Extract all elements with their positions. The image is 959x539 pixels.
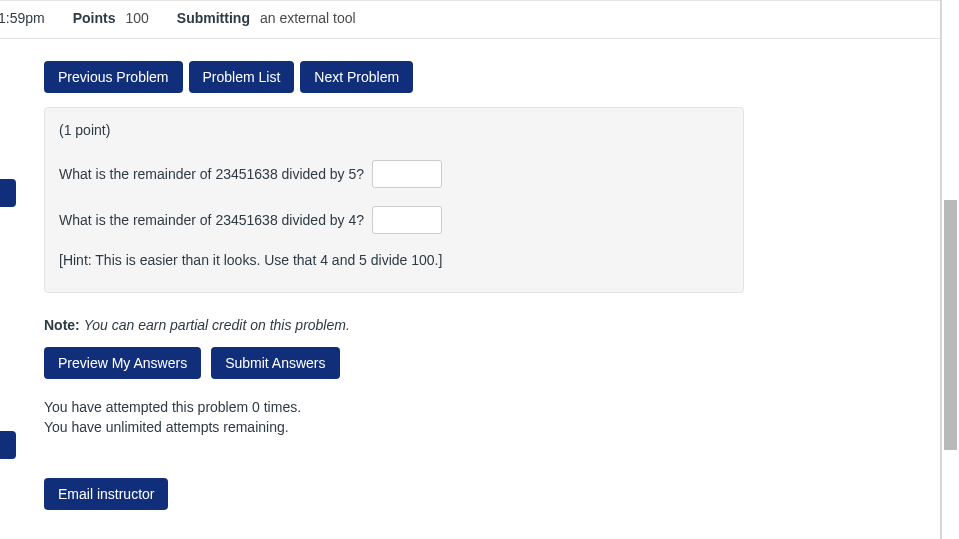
left-stub-1[interactable] [0,179,16,207]
question-2-text: What is the remainder of 23451638 divide… [59,212,364,228]
attempts-remaining: You have unlimited attempts remaining. [44,417,933,437]
assignment-header: 1:59pm Points 100 Submitting an external… [0,0,959,39]
answer-1-input[interactable] [372,160,442,188]
left-nav-stubs [0,61,16,521]
answer-2-input[interactable] [372,206,442,234]
webwork-frame[interactable]: Previous Problem Problem List Next Probl… [44,61,937,521]
submitting-value: an external tool [260,10,356,26]
problem-hint: [Hint: This is easier than it looks. Use… [59,252,729,268]
note-label: Note: [44,317,80,333]
problem-points: (1 point) [59,122,729,138]
submit-row: Preview My Answers Submit Answers [44,347,933,379]
question-2-row: What is the remainder of 23451638 divide… [59,206,729,234]
note-text: You can earn partial credit on this prob… [84,317,350,333]
problem-list-button[interactable]: Problem List [189,61,295,93]
right-divider [940,0,942,539]
email-instructor-button[interactable]: Email instructor [44,478,168,510]
preview-answers-button[interactable]: Preview My Answers [44,347,201,379]
attempts-count: You have attempted this problem 0 times. [44,397,933,417]
points-value: 100 [125,10,148,26]
question-1-row: What is the remainder of 23451638 divide… [59,160,729,188]
due-time-fragment: 1:59pm [0,10,45,26]
submit-answers-button[interactable]: Submit Answers [211,347,339,379]
points-label: Points [73,10,116,26]
attempt-info: You have attempted this problem 0 times.… [44,397,933,438]
partial-credit-note: Note: You can earn partial credit on thi… [44,317,933,333]
content-area: Previous Problem Problem List Next Probl… [0,61,959,521]
problem-panel: (1 point) What is the remainder of 23451… [44,107,744,293]
problem-nav: Previous Problem Problem List Next Probl… [44,61,933,93]
next-problem-button[interactable]: Next Problem [300,61,413,93]
left-stub-2[interactable] [0,431,16,459]
previous-problem-button[interactable]: Previous Problem [44,61,183,93]
question-1-text: What is the remainder of 23451638 divide… [59,166,364,182]
submitting-label: Submitting [177,10,250,26]
